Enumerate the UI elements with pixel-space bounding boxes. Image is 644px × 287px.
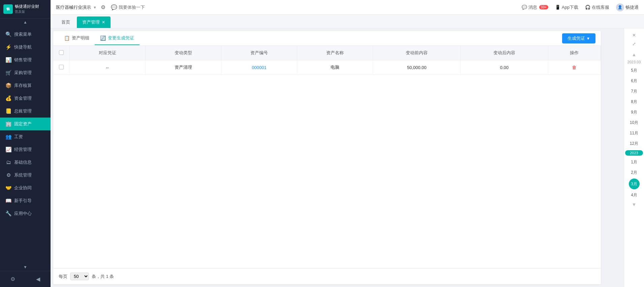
sidebar-bottom: ⚙ ◀	[0, 271, 51, 287]
row-after-change-0: 0.00	[460, 60, 548, 75]
sidebar-toggle-btn[interactable]: ◀	[33, 275, 43, 284]
month-4[interactable]: 4月	[624, 190, 644, 200]
main-content-area: 📋 资产明细 🔄 变更生成凭证 生成凭证 ▼	[51, 28, 604, 287]
sidebar-item-basic-info[interactable]: 🗂基础信息	[0, 156, 51, 169]
panel-close-button[interactable]: ✕	[630, 31, 638, 39]
month-3-current[interactable]: 3月	[629, 179, 640, 189]
row-asset-number-0[interactable]: 000001	[221, 60, 297, 75]
col-header-asset-name: 资产名称	[297, 46, 373, 60]
nav-label-basic-info: 基础信息	[14, 159, 32, 165]
month-10[interactable]: 10月	[624, 118, 644, 128]
col-header-voucher: 对应凭证	[69, 46, 145, 60]
tab-close-icon[interactable]: ✕	[102, 20, 105, 25]
change-voucher-label: 变更生成凭证	[108, 35, 134, 41]
sidebar-item-sales[interactable]: 📊销售管理	[0, 54, 51, 66]
month-1[interactable]: 1月	[624, 157, 644, 167]
date-scroll-up[interactable]: ▲	[624, 51, 644, 59]
sidebar-item-enterprise[interactable]: 🤝企业协同	[0, 182, 51, 194]
table-container: 对应凭证 变动类型 资产编号 资产名称 变动前内容 变动后内容 操作 --	[53, 46, 601, 268]
topbar-online-service[interactable]: 🎧 在线客服	[585, 4, 609, 10]
sidebar-item-funds[interactable]: 💰资金管理	[0, 92, 51, 105]
change-voucher-icon: 🔄	[100, 35, 106, 41]
col-header-operation: 操作	[548, 46, 601, 60]
topbar-feedback[interactable]: 💬 我要体验一下	[111, 4, 145, 10]
nav-icon-payroll: 👥	[5, 134, 11, 140]
topbar-messages[interactable]: 💬 消息 99+	[522, 4, 548, 10]
sidebar-settings-btn[interactable]: ⚙	[8, 275, 18, 284]
nav-label-system: 系统管理	[14, 172, 32, 178]
sub-tab-asset-detail[interactable]: 📋 资产明细	[59, 32, 95, 45]
change-voucher-table: 对应凭证 变动类型 资产编号 资产名称 变动前内容 变动后内容 操作 --	[53, 46, 601, 75]
month-9[interactable]: 9月	[624, 107, 644, 118]
tab-asset-management-label: 资产管理	[82, 19, 100, 25]
generate-voucher-arrow: ▼	[586, 36, 590, 40]
topbar-company[interactable]: 医疗器械行业演示 ▼	[56, 4, 97, 10]
delete-icon-0[interactable]: 🗑	[572, 65, 577, 70]
per-page-label: 每页	[59, 274, 67, 280]
sidebar-item-ledger[interactable]: 📒总账管理	[0, 105, 51, 118]
pagination: 每页 50 10 20 100 条，共 1 条	[53, 268, 601, 284]
tab-home[interactable]: 首页	[56, 17, 75, 28]
sidebar-item-payroll[interactable]: 👥工资	[0, 130, 51, 143]
logo-title: 畅捷通好业财	[15, 4, 39, 9]
per-page-select[interactable]: 50 10 20 100	[70, 273, 89, 280]
nav-label-search: 搜索菜单	[14, 31, 32, 37]
nav-label-inventory: 库存核算	[14, 83, 32, 89]
col-header-checkbox	[53, 46, 69, 60]
nav-icon-inventory: 📦	[5, 83, 11, 89]
panel-expand-button[interactable]: ⤢	[630, 40, 638, 48]
sidebar-logo: 畅 畅捷通好业财 普及版	[0, 0, 51, 19]
content-wrapper: 📋 资产明细 🔄 变更生成凭证 生成凭证 ▼	[51, 28, 644, 287]
sidebar-item-operations[interactable]: 📈经营管理	[0, 143, 51, 156]
topbar-app-download[interactable]: 📱 App下载	[555, 4, 578, 10]
sidebar-item-search[interactable]: 🔍搜索菜单	[0, 28, 51, 41]
total-count-text: 条，共 1 条	[92, 274, 114, 280]
sidebar-scroll-down[interactable]: ▼	[0, 263, 51, 271]
sidebar-item-purchase[interactable]: 🛒采购管理	[0, 66, 51, 79]
row-operation-0[interactable]: 🗑	[548, 60, 601, 75]
sidebar-item-fixed-assets[interactable]: 🏢固定资产	[0, 118, 51, 130]
topbar-settings-icon[interactable]: ⚙	[101, 4, 105, 10]
select-all-checkbox[interactable]	[59, 50, 64, 55]
col-header-before-change: 变动前内容	[373, 46, 461, 60]
app-download-label: App下载	[562, 4, 578, 10]
row-checkbox-0[interactable]	[53, 60, 69, 75]
online-service-label: 在线客服	[592, 4, 609, 10]
right-panel: ✕ ⤢ ▲ 2023.03 5月 6月 7月 8月 9月 10月 11月 12月…	[624, 28, 644, 287]
month-12[interactable]: 12月	[624, 138, 644, 149]
sub-tab-change-voucher[interactable]: 🔄 变更生成凭证	[95, 32, 140, 45]
sidebar-item-quick-nav[interactable]: ⚡快捷导航	[0, 41, 51, 54]
month-11[interactable]: 11月	[624, 128, 644, 138]
company-name: 医疗器械行业演示	[56, 4, 91, 10]
row-asset-name-0: 电脑	[297, 60, 373, 75]
topbar-user[interactable]: 👤 畅捷通	[616, 3, 639, 11]
company-dropdown-arrow: ▼	[93, 5, 97, 9]
sidebar-scroll-up[interactable]: ▲	[0, 19, 51, 26]
generate-voucher-button[interactable]: 生成凭证 ▼	[562, 33, 595, 43]
asset-detail-icon: 📋	[64, 35, 70, 41]
month-5[interactable]: 5月	[624, 65, 644, 76]
sub-tabs: 📋 资产明细 🔄 变更生成凭证 生成凭证 ▼	[53, 31, 601, 46]
sidebar: 畅 畅捷通好业财 普及版 ▲ 🔍搜索菜单⚡快捷导航📊销售管理🛒采购管理📦库存核算…	[0, 0, 51, 287]
row-voucher-0: --	[69, 60, 145, 75]
month-8[interactable]: 8月	[624, 97, 644, 107]
sidebar-item-app-center[interactable]: 🔧应用中心	[0, 207, 51, 220]
month-2[interactable]: 2月	[624, 167, 644, 178]
month-7[interactable]: 7月	[624, 86, 644, 97]
nav-icon-operations: 📈	[5, 147, 11, 153]
sidebar-nav: 🔍搜索菜单⚡快捷导航📊销售管理🛒采购管理📦库存核算💰资金管理📒总账管理🏢固定资产…	[0, 26, 51, 263]
date-scroll-down[interactable]: ▼	[624, 200, 644, 209]
sidebar-item-inventory[interactable]: 📦库存核算	[0, 79, 51, 92]
sidebar-item-system[interactable]: ⚙系统管理	[0, 169, 51, 182]
nav-icon-app-center: 🔧	[5, 211, 11, 217]
row-before-change-0: 50,000.00	[373, 60, 461, 75]
nav-icon-sales: 📊	[5, 57, 11, 63]
date-year-label: 2023.03	[627, 59, 641, 65]
date-panel: ▲ 2023.03 5月 6月 7月 8月 9月 10月 11月 12月 202…	[624, 51, 644, 209]
messages-label: 消息	[528, 4, 537, 10]
nav-icon-search: 🔍	[5, 31, 11, 37]
nav-icon-basic-info: 🗂	[5, 159, 11, 165]
month-6[interactable]: 6月	[624, 76, 644, 86]
sidebar-item-guide[interactable]: 📖新手引导	[0, 194, 51, 207]
tab-asset-management[interactable]: 资产管理 ✕	[77, 17, 111, 28]
